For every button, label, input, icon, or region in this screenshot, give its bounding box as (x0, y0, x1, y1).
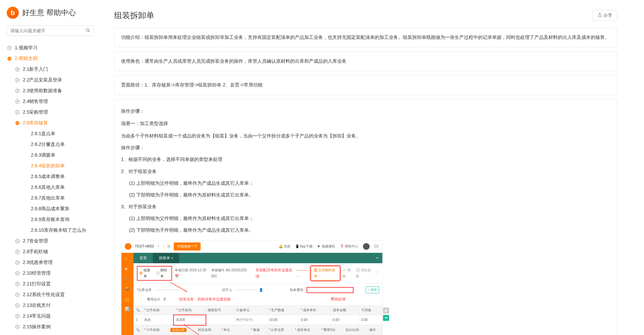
nav-label: 2.6.8商品成本重算 (31, 206, 69, 212)
svg-point-0 (86, 29, 89, 31)
role-box: 使用角色：通常由生产人员或库管人员完成拆装业务的操作，库管人员确认原材料的出库和… (114, 51, 617, 71)
ss-tab-doc: 拆装单 × (153, 253, 179, 264)
svg-line-1 (89, 31, 90, 32)
search-input[interactable] (10, 28, 86, 33)
th: 费率(%) (319, 325, 343, 335)
ops-header: 操作步骤： (121, 107, 610, 115)
nav-label: 2.6.2分量盘点单 (31, 142, 65, 148)
nav-label: 2.2产品安装及登录 (23, 77, 62, 83)
nav-label: 2.6.3调拨单 (31, 152, 55, 158)
search-icon[interactable] (86, 28, 90, 34)
main-content: 组装拆卸单 分享 功能介绍：组装拆卸单用来处理企业组装或拆卸等加工业务，支持有固… (101, 0, 631, 335)
nav-2-8[interactable]: 2.8手机旺铺 (15, 246, 101, 257)
close-icon: × (372, 253, 382, 264)
money-icon: 💰 (125, 296, 130, 301)
nav-2-6-7[interactable]: 2.6.7其他出库单 (31, 193, 101, 204)
nav-docs[interactable]: 2.帮助文档 (7, 53, 101, 64)
plus-icon (15, 110, 20, 115)
nav-label: 2.6.9库存账本查询 (31, 217, 69, 223)
nav-2-6-2[interactable]: 2.6.2分量盘点单 (31, 139, 101, 150)
chart-icon: 📊 (125, 306, 130, 311)
svg-line-52 (170, 282, 187, 292)
nav-2-4[interactable]: 2.4销售管理 (15, 96, 101, 107)
th: 生产数量 (267, 305, 299, 315)
nav-label: 2.12系统个性化设置 (23, 292, 65, 298)
nav-label: 2.5采购管理 (23, 109, 48, 115)
ss-logo-icon (125, 243, 131, 250)
sidebar: b 好生意 帮助中心 1.视频学习 2.帮助文档 2.1新手入门 2.2产品安装… (0, 0, 101, 335)
nav-2-6-4[interactable]: 2.6.4组装拆卸单 (31, 161, 101, 171)
nav-2-7[interactable]: 2.7资金管理 (15, 236, 101, 246)
search-box[interactable] (7, 25, 94, 36)
step2-2: (2) 下部明细为子件明细，最终作为原材料生成其它出库单。 (121, 191, 610, 199)
nav-video[interactable]: 1.视频学习 (7, 43, 101, 53)
ss-add-cost: + 新增 (366, 286, 379, 293)
nav-label: 2.3使用前数据准备 (23, 88, 62, 94)
ss-parent-row: 1 风衣 风衣B 件(个=1个) 10.00 0.00 0.00 0.00 (134, 315, 382, 325)
arrow-right-icon: ————→ (296, 267, 308, 279)
nav-label: 2.6.4组装拆卸单 (31, 163, 65, 169)
plus-icon (15, 260, 20, 265)
ss-sidebar: ⌂ ◈ 🛒 📦 💰 📊 (121, 253, 133, 335)
gear-icon: ⚙ (167, 243, 170, 250)
home-icon: ⌂ (125, 256, 130, 261)
nav-label: 2.11打印设置 (23, 281, 51, 287)
minus-icon (15, 120, 20, 126)
path-text: 1、库存核算->库存管理->组装拆卸单 2、首页->常用功能 (145, 82, 263, 88)
th: 子件名称 (142, 325, 168, 335)
scene1-header: 场景一：加工类型选择 (121, 119, 610, 128)
nav-2-6-1[interactable]: 2.6.1盘点单 (31, 128, 101, 139)
minus-icon (7, 56, 12, 61)
path-label: 页面路径： (121, 82, 145, 88)
step2-1: (1) 上部明细为父件明细，最终作为产成品生成其它入库单； (121, 179, 610, 187)
nav-2-6-3[interactable]: 2.6.3调拨单 (31, 150, 101, 161)
step3-1: (1) 上部明细为父件明细，最终作为原材料生成其它出库单； (121, 214, 610, 223)
logo-icon: b (7, 7, 19, 19)
ss-toolbar: 组装单 拆卸单 单据日期 2019-12-26 📅 单据编号 AD-201912… (133, 263, 382, 284)
nav-2-2[interactable]: 2.2产品安装及登录 (15, 75, 101, 86)
ss-help: ❓ 帮助中心 (340, 243, 358, 249)
nav-label: 2.13在线支付 (23, 302, 51, 309)
plus-icon (15, 99, 20, 104)
nav-2-9[interactable]: 2.9优惠券管理 (15, 257, 101, 268)
nav-2-5[interactable]: 2.5采购管理 (15, 107, 101, 118)
nav-2-3[interactable]: 2.3使用前数据准备 (15, 86, 101, 96)
ops-sub: 操作步骤： (121, 144, 610, 152)
nav-label: 2.6.6其他入库单 (31, 184, 65, 190)
nav-2-6-6[interactable]: 2.6.6其他入库单 (31, 182, 101, 193)
nav-2-6-10[interactable]: 2.6.10库存账本错了怎么办 (31, 225, 101, 236)
ss-date-lbl: 单据日期 (175, 268, 188, 272)
nav-2-14[interactable]: 2.14常见问题 (15, 311, 101, 322)
plus-icon (15, 67, 20, 72)
th: 单位 (219, 325, 249, 335)
nav-2-1[interactable]: 2.1新手入门 (15, 64, 101, 75)
plus-icon (15, 238, 20, 244)
arrow-down-icon (170, 282, 191, 292)
ss-vid: ▶ 视频课程 (317, 243, 335, 249)
nav-2-6-9[interactable]: 2.6.9库存账本查询 (31, 214, 101, 225)
nav-2-10[interactable]: 2.10经营管理 (15, 268, 101, 279)
nav-2-6-8[interactable]: 2.6.8商品成本重算 (31, 204, 101, 214)
ss-cta-button: 等我做做一下 (174, 242, 201, 250)
nav-2-12[interactable]: 2.12系统个性化设置 (15, 289, 101, 300)
nav-2-15[interactable]: 2.15操作案例 (15, 322, 101, 332)
ss-tab-home: 首页 (133, 253, 153, 264)
expand-icon: ⛶ (376, 270, 379, 276)
th: 划分比例 (343, 325, 367, 335)
nav-2-6[interactable]: 2.6库存核算 (15, 118, 101, 128)
plus-icon (15, 324, 20, 330)
nav-label: 2.1新手入门 (23, 66, 48, 72)
nav-2-6-5[interactable]: 2.6.5成本调整单 (31, 171, 101, 182)
plus-icon (15, 292, 20, 297)
nav-label: 1.视频学习 (15, 45, 38, 51)
ss-cost-total-val: 0 (164, 296, 166, 302)
ss-msg: 🔔 消息 (279, 243, 290, 249)
nav-2-13[interactable]: 2.13在线支付 (15, 300, 101, 311)
ss-sep: | (163, 243, 164, 250)
nav-2-11[interactable]: 2.11打印设置 (15, 279, 101, 289)
nav-label: 2.6.5成本调整单 (31, 174, 65, 180)
th: 父件名称 (142, 305, 174, 315)
th: 成本单价 (293, 325, 319, 335)
share-button[interactable]: 分享 (593, 10, 617, 21)
cart-icon: 🛒 (125, 276, 130, 281)
